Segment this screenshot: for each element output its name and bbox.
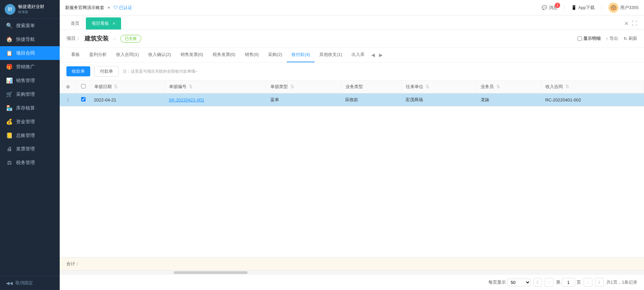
app-download-btn[interactable]: 📱 App下载 xyxy=(571,5,595,11)
messages-btn[interactable]: 💬 消息 1 xyxy=(542,5,557,11)
per-page-select[interactable]: 50 100 200 xyxy=(507,279,531,286)
sidebar-label-project: 项目合同 xyxy=(16,50,35,56)
logo-text-container: 畅捷通好业财 标准版 xyxy=(18,4,44,14)
sub-tab-kanban[interactable]: 看板 xyxy=(66,48,85,62)
scroll-thumb[interactable] xyxy=(174,271,248,274)
sub-tab-tax-invoice[interactable]: 税务发票(0) xyxy=(208,48,240,62)
project-header: 项目： 建筑安装 ··· 已生效 显示明细 ↑ 导出 ↻ 刷新 xyxy=(60,30,644,48)
sidebar-item-marketing[interactable]: 🎁 营销推广 xyxy=(0,60,60,74)
page-next-btn[interactable]: › xyxy=(584,278,592,287)
sidebar-item-finance[interactable]: 💰 资金管理 xyxy=(0,115,60,129)
refresh-icon: ↻ xyxy=(624,36,627,41)
sidebar-label-quick-nav: 快捷导航 xyxy=(16,37,35,43)
sidebar-label-ledger: 总账管理 xyxy=(16,133,35,139)
row-checkbox[interactable] xyxy=(81,97,86,101)
page-summary: 共1页，1条记录 xyxy=(606,279,637,285)
page-number-input[interactable] xyxy=(562,278,575,287)
account-dropdown-icon[interactable]: ▼ xyxy=(107,6,111,10)
export-btn[interactable]: ↑ 导出 xyxy=(606,35,619,42)
column-settings-icon[interactable]: ⚙ xyxy=(66,84,70,89)
sidebar-item-search[interactable]: 🔍 搜索菜单 xyxy=(0,19,60,32)
page-input-container: 第 页 xyxy=(556,278,581,287)
sidebar-item-purchase[interactable]: 🛒 采购管理 xyxy=(0,87,60,101)
sort-date-icon[interactable]: ⇅ xyxy=(114,84,118,89)
show-detail-input[interactable] xyxy=(578,37,582,41)
th-business-type: 业务类型 xyxy=(341,80,401,93)
sub-tab-profit[interactable]: 盈利分析 xyxy=(85,48,111,62)
tab-home[interactable]: 首页 xyxy=(65,17,85,29)
sub-tabs: 看板 盈利分析 收入合同(1) 收入确认(2) 销售发票(0) 税务发票(0) … xyxy=(60,48,644,63)
close-window-btn[interactable]: ✕ xyxy=(623,19,630,28)
sidebar-item-tax[interactable]: ⚖ 税务管理 xyxy=(0,156,60,169)
sort-type-icon[interactable]: ⇅ xyxy=(290,84,294,89)
row-number-link[interactable]: SK-20220421-001 xyxy=(169,97,204,102)
sub-tab-purchase[interactable]: 采购(2) xyxy=(263,48,287,62)
sort-partner-icon[interactable]: ⇅ xyxy=(426,84,429,89)
row-checkbox-cell xyxy=(76,93,90,106)
sub-tab-purchase-label: 采购(2) xyxy=(268,52,282,57)
user-menu[interactable]: 🐵 用户3355 xyxy=(608,3,639,13)
sidebar-item-project-contract[interactable]: 📋 项目合同 xyxy=(0,46,60,60)
tax-icon: ⚖ xyxy=(6,159,13,166)
sidebar: 财 畅捷通好业财 标准版 🔍 搜索菜单 🏠 快捷导航 📋 项目合同 🎁 营销推广… xyxy=(0,0,60,290)
row-date: 2022-04-21 xyxy=(90,93,165,106)
data-table: ⚙ 单据日期 ⇅ 单据编号 ⇅ xyxy=(60,80,644,106)
row-business-type: 应收款 xyxy=(341,93,401,106)
sub-tab-collection[interactable]: 收付款(4) xyxy=(287,48,315,62)
horizontal-scrollbar[interactable] xyxy=(60,270,644,274)
page-suffix: 页 xyxy=(577,279,581,285)
sidebar-item-ledger[interactable]: 📒 总账管理 xyxy=(0,129,60,142)
th-date-label: 单据日期 xyxy=(94,84,112,89)
sub-tab-collection-label: 收付款(4) xyxy=(291,52,310,57)
sub-tab-income-confirm[interactable]: 收入确认(2) xyxy=(144,48,176,62)
tabs-bar: 首页 项目看板 ✕ ✕ ⛶ xyxy=(60,15,644,30)
more-options-icon[interactable]: ··· xyxy=(113,36,116,41)
table-footer-total: 合计： xyxy=(60,257,644,270)
sub-tab-sales-invoice[interactable]: 销售发票(0) xyxy=(176,48,208,62)
logo-subtitle: 标准版 xyxy=(18,10,44,14)
account-name: 新服务官网演示账套 xyxy=(65,5,104,11)
sort-salesperson-icon[interactable]: ⇅ xyxy=(496,84,500,89)
th-settings[interactable]: ⚙ xyxy=(60,80,76,93)
sidebar-item-sales[interactable]: 📊 销售管理 xyxy=(0,74,60,87)
mobile-icon: 📱 xyxy=(571,5,577,10)
sidebar-item-inventory[interactable]: 🏪 库存核算 xyxy=(0,101,60,115)
page-last-btn[interactable]: ⟫ xyxy=(595,278,604,287)
sub-tab-warehouse[interactable]: 出入库 xyxy=(347,48,369,62)
row-partner: 宏茂商场 xyxy=(401,93,476,106)
page-first-btn[interactable]: ⟪ xyxy=(533,278,542,287)
sidebar-item-quick-nav[interactable]: 🏠 快捷导航 xyxy=(0,32,60,46)
maximize-window-btn[interactable]: ⛶ xyxy=(631,19,639,28)
table-row[interactable]: 1 2022-04-21 SK-20220421-001 蓝单 应收款 宏茂商场… xyxy=(60,93,644,106)
refresh-btn[interactable]: ↻ 刷新 xyxy=(624,35,637,42)
sub-tabs-prev-icon[interactable]: ◀ xyxy=(369,52,377,58)
header-right: 💬 消息 1 📱 App下载 🐵 用户3355 xyxy=(542,3,639,13)
show-detail-checkbox[interactable]: 显示明细 xyxy=(578,35,601,42)
export-icon: ↑ xyxy=(606,36,608,41)
inventory-icon: 🏪 xyxy=(6,105,13,111)
sort-income-contract-icon[interactable]: ⇅ xyxy=(566,84,569,89)
payment-btn[interactable]: 付款单 xyxy=(94,66,119,77)
sub-tab-income-contract[interactable]: 收入合同(1) xyxy=(111,48,144,62)
sub-tab-sales[interactable]: 销售(0) xyxy=(240,48,264,62)
tab-close-icon[interactable]: ✕ xyxy=(112,21,115,25)
page-prev-btn[interactable]: ‹ xyxy=(545,278,553,287)
main-area: 新服务官网演示账套 ▼ 🛡 已认证 💬 消息 1 📱 App下载 🐵 用户335… xyxy=(60,0,644,290)
sub-tabs-next-icon[interactable]: ▶ xyxy=(377,52,385,58)
sidebar-unpin-btn[interactable]: ◀◀ 取消固定 xyxy=(0,276,60,290)
sub-tab-other-expense[interactable]: 其他收支(1) xyxy=(315,48,347,62)
sub-tab-other-expense-label: 其他收支(1) xyxy=(319,52,342,57)
sub-tab-warehouse-label: 出入库 xyxy=(352,52,365,57)
tab-project-board[interactable]: 项目看板 ✕ xyxy=(86,17,121,29)
sidebar-item-invoice[interactable]: 🖨 发票管理 xyxy=(0,142,60,156)
search-icon: 🔍 xyxy=(6,22,13,29)
table-header-row: ⚙ 单据日期 ⇅ 单据编号 ⇅ xyxy=(60,80,644,93)
sort-number-icon[interactable]: ⇅ xyxy=(189,84,193,89)
shield-icon: 🛡 xyxy=(113,5,118,10)
sidebar-label-finance: 资金管理 xyxy=(16,119,35,125)
project-label: 项目： xyxy=(66,35,80,42)
select-all-checkbox[interactable] xyxy=(81,84,86,88)
show-detail-label: 显示明细 xyxy=(583,35,601,42)
sidebar-logo: 财 畅捷通好业财 标准版 xyxy=(0,0,60,19)
receipt-btn[interactable]: 收款单 xyxy=(66,66,90,76)
